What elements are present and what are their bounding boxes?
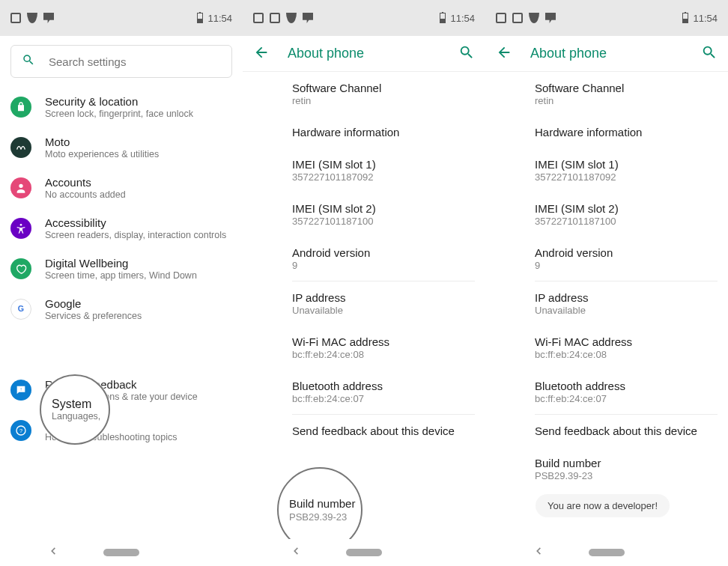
info-label: Wi-Fi MAC address xyxy=(535,335,718,348)
search-button[interactable] xyxy=(701,44,718,64)
accounts-icon xyxy=(10,177,31,198)
search-settings-box[interactable] xyxy=(10,45,232,78)
setting-subtitle: Screen time, app timers, Wind Down xyxy=(45,270,197,281)
feedback-icon: ! xyxy=(10,380,31,401)
info-label: IP address xyxy=(535,291,718,304)
setting-subtitle: No accounts added xyxy=(45,189,126,200)
info-value: bc:ff:eb:24:ce:07 xyxy=(535,393,718,404)
status-bar: 11:54 xyxy=(485,0,728,36)
app-bar-title: About phone xyxy=(288,46,440,61)
screenshot-icon xyxy=(270,13,280,23)
svg-text:G: G xyxy=(18,304,24,313)
back-button[interactable] xyxy=(253,44,270,64)
info-row-imei-sim-slot-2-[interactable]: IMEI (SIM slot 2)357227101187100 xyxy=(535,192,718,237)
info-row-imei-sim-slot-2-[interactable]: IMEI (SIM slot 2)357227101187100 xyxy=(292,192,475,237)
info-row-android-version[interactable]: Android version9 xyxy=(535,237,718,281)
battery-icon xyxy=(682,13,688,23)
setting-subtitle: Moto experiences & utilities xyxy=(45,149,159,159)
info-row-hardware-information[interactable]: Hardware information xyxy=(535,116,718,148)
info-label: Android version xyxy=(292,246,475,259)
info-row-send-feedback-about-this-device[interactable]: Send feedback about this device xyxy=(535,414,718,447)
status-bar: 11:54 xyxy=(0,0,243,36)
info-row-imei-sim-slot-1-[interactable]: IMEI (SIM slot 1)357227101187092 xyxy=(535,148,718,192)
setting-subtitle: Screen lock, fingerprint, face unlock xyxy=(45,109,193,119)
info-value: Unavailable xyxy=(535,305,718,316)
info-value: 357227101187092 xyxy=(535,171,718,183)
info-value: retin xyxy=(292,95,475,106)
info-value: bc:ff:eb:24:ce:08 xyxy=(292,349,475,360)
info-value: Unavailable xyxy=(292,305,475,316)
info-row-wi-fi-mac-address[interactable]: Wi-Fi MAC addressbc:ff:eb:24:ce:08 xyxy=(535,326,718,370)
highlight-sub: Languages, xyxy=(52,411,109,422)
info-label: Hardware information xyxy=(292,126,475,139)
setting-row-security-location[interactable]: Security & locationScreen lock, fingerpr… xyxy=(10,87,243,127)
svg-point-0 xyxy=(20,224,22,226)
sms-icon xyxy=(545,13,556,23)
info-row-imei-sim-slot-1-[interactable]: IMEI (SIM slot 1)357227101187092 xyxy=(292,148,475,192)
info-row-ip-address[interactable]: IP addressUnavailable xyxy=(535,281,718,326)
setting-row-moto[interactable]: MotoMoto experiences & utilities xyxy=(10,127,243,168)
nav-home-pill[interactable] xyxy=(589,549,625,556)
back-button[interactable] xyxy=(496,44,512,64)
info-row-bluetooth-address[interactable]: Bluetooth addressbc:ff:eb:24:ce:07 xyxy=(292,370,475,414)
nav-back-button[interactable] xyxy=(48,546,58,559)
search-input[interactable] xyxy=(49,55,221,68)
navigation-bar xyxy=(0,539,728,566)
sms-icon xyxy=(303,13,313,23)
info-row-ip-address[interactable]: IP addressUnavailable xyxy=(292,281,475,326)
info-label: IMEI (SIM slot 2) xyxy=(535,202,718,215)
shield-icon xyxy=(27,13,37,23)
info-row-wi-fi-mac-address[interactable]: Wi-Fi MAC addressbc:ff:eb:24:ce:08 xyxy=(292,326,475,370)
setting-row-digital-wellbeing[interactable]: Digital WellbeingScreen time, app timers… xyxy=(10,249,243,289)
settings-panel: 11:54 Security & locationScreen lock, fi… xyxy=(0,0,243,539)
setting-title: Accessibility xyxy=(45,216,226,229)
info-row-software-channel[interactable]: Software Channelretin xyxy=(535,72,718,116)
setting-subtitle: Services & preferences xyxy=(45,311,142,321)
setting-row-accessibility[interactable]: AccessibilityScreen readers, display, in… xyxy=(10,208,243,249)
info-label: Build number xyxy=(535,457,718,469)
app-bar: About phone xyxy=(485,36,728,72)
setting-row-accounts[interactable]: AccountsNo accounts added xyxy=(10,168,243,208)
app-bar-title: About phone xyxy=(530,46,683,61)
info-value: 357227101187100 xyxy=(535,216,718,227)
info-row-hardware-information[interactable]: Hardware information xyxy=(292,116,475,148)
setting-subtitle: Screen readers, display, interaction con… xyxy=(45,230,226,240)
info-row-build-number[interactable]: Build numberPSB29.39-23 xyxy=(535,447,718,491)
shield-icon xyxy=(529,13,539,23)
info-label: Bluetooth address xyxy=(535,380,718,392)
info-row-android-version[interactable]: Android version9 xyxy=(292,237,475,281)
highlight-value: PSB29.39-23 xyxy=(289,511,361,523)
a11y-icon xyxy=(10,218,31,239)
about-phone-panel-toast: 11:54 About phone Software ChannelretinH… xyxy=(485,0,728,539)
screenshot-icon xyxy=(253,13,264,23)
info-row-send-feedback-about-this-device[interactable]: Send feedback about this device xyxy=(292,414,475,447)
info-row-software-channel[interactable]: Software Channelretin xyxy=(292,72,475,116)
info-row-bluetooth-address[interactable]: Bluetooth addressbc:ff:eb:24:ce:07 xyxy=(535,370,718,414)
info-label: Android version xyxy=(535,246,718,259)
moto-icon xyxy=(10,137,31,158)
setting-title: Digital Wellbeing xyxy=(45,257,197,270)
setting-row-google[interactable]: GGoogleServices & preferences xyxy=(10,289,243,329)
nav-home-pill[interactable] xyxy=(103,549,139,556)
info-label: Bluetooth address xyxy=(292,380,475,392)
highlight-label: Build number xyxy=(289,497,361,510)
nav-back-button[interactable] xyxy=(291,546,301,559)
info-label: IP address xyxy=(292,291,475,304)
nav-home-pill[interactable] xyxy=(346,549,382,556)
info-label: Wi-Fi MAC address xyxy=(292,335,475,348)
nav-back-button[interactable] xyxy=(533,546,544,559)
battery-icon xyxy=(440,13,446,23)
info-label: Software Channel xyxy=(535,82,718,94)
search-button[interactable] xyxy=(458,44,475,64)
sms-icon xyxy=(43,13,54,23)
info-value: retin xyxy=(535,95,718,106)
lock-icon xyxy=(10,97,31,118)
status-bar: 11:54 xyxy=(243,0,485,36)
shield-icon xyxy=(286,13,297,23)
info-value: 9 xyxy=(292,260,475,271)
info-label: Send feedback about this device xyxy=(535,424,718,437)
developer-toast: You are now a developer! xyxy=(536,494,670,517)
app-bar: About phone xyxy=(243,36,485,72)
battery-icon xyxy=(197,13,203,23)
setting-title: Google xyxy=(45,297,142,310)
